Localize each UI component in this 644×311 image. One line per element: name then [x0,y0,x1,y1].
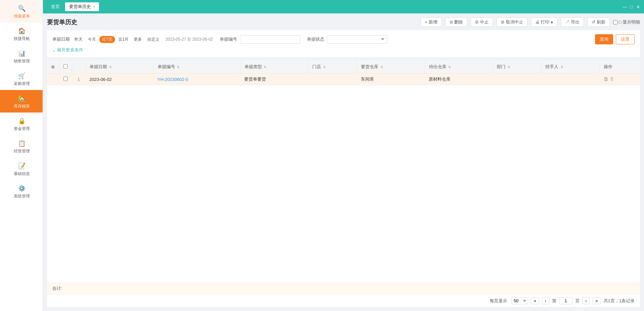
date-range-display: 2023-05-27 至 2023-06-02 [165,37,213,42]
select-all-checkbox[interactable] [63,64,68,69]
lock-icon: 🔒 [18,117,25,125]
sort-store-icon[interactable]: ⇅ [323,65,326,69]
window-close-icon[interactable]: ✕ [636,4,640,9]
col-settings[interactable]: ⚙ [47,60,59,74]
chart-icon: 📊 [18,50,25,57]
add-button[interactable]: + 新增 [421,17,442,27]
sidebar-item-operation[interactable]: 📋 经营管理 [0,135,43,158]
display-detail-checkbox[interactable] [613,20,618,25]
col-num [72,60,86,74]
sort-req-warehouse-icon[interactable]: ⇅ [380,65,383,69]
query-button[interactable]: 查询 [595,34,613,44]
col-action: 操作 [599,60,640,74]
first-page-btn[interactable]: « [531,297,539,304]
shortcut-today[interactable]: 今天 [86,36,98,43]
table-header: ⚙ 单据日期 ⇅ 单据编号 ⇅ [47,60,640,74]
row-dept-cell [493,74,541,85]
doc-no-label: 单据编号 [220,36,237,42]
sidebar-item-quick-nav[interactable]: 🏠 快捷导航 [0,23,43,45]
sidebar-item-inventory[interactable]: 🏡 库存核算 [0,90,43,113]
cancel-stop-button[interactable]: ⊘ 取消中止 [496,17,528,27]
col-checkbox [59,60,72,74]
tab-home[interactable]: 首页 [47,2,64,11]
date-filter-label: 单据日期 [52,36,70,42]
row-view-icon[interactable]: 🖺 [603,77,608,82]
page-input[interactable] [559,297,573,304]
sidebar-item-base-info[interactable]: 📝 基础信息 [0,158,43,180]
row-handler-cell [541,74,600,85]
expand-filter-area: ⌄ 展开更多条件 [52,47,635,53]
date-shortcuts: 昨天 今天 近7天 近1月 更多 自定义 [72,36,161,43]
stop-button[interactable]: ⊘ 中止 [471,17,493,27]
sort-pending-warehouse-icon[interactable]: ⇅ [448,65,451,69]
page-suffix: 页 [575,298,580,304]
display-detail-toggle[interactable]: □ 显示明细 [613,19,640,25]
expand-filter-btn[interactable]: ⌄ 展开更多条件 [52,47,635,53]
col-dept: 部门 ⇅ [493,60,541,74]
inventory-icon: 🏡 [18,95,25,102]
row-store-cell [308,74,357,85]
prev-page-btn[interactable]: ‹ [542,297,549,304]
col-pending-warehouse: 待出仓库 ⇅ [425,60,493,74]
doc-no-input[interactable] [240,35,300,44]
last-page-btn[interactable]: » [592,297,601,304]
sort-doc-no-icon[interactable]: ⇅ [177,65,179,69]
row-pending-warehouse-cell: 原材料仓库 [425,74,493,85]
refresh-button[interactable]: ↺ 刷新 [587,17,610,27]
sidebar-item-system[interactable]: ⚙️ 系统管理 [0,180,43,203]
total-info: 共1页，1条记录 [604,298,635,304]
col-handler: 经手人 ⇅ [541,60,600,74]
sort-doc-type-icon[interactable]: ⇅ [264,65,266,69]
row-more-icon[interactable]: ⠿ [610,77,613,82]
sidebar-item-finance[interactable]: 🔒 资金管理 [0,113,43,135]
next-page-btn[interactable]: › [582,297,590,304]
col-req-warehouse: 要货仓库 ⇅ [357,60,425,74]
row-settings-cell [47,74,59,85]
row-checkbox-cell [59,74,72,85]
table-scroll: ⚙ 单据日期 ⇅ 单据编号 ⇅ [47,60,640,282]
per-page-select[interactable]: 20 50 100 200 [511,297,528,304]
sort-handler-icon[interactable]: ⇅ [560,65,563,69]
export-button[interactable]: ↗ 导出 [561,17,584,27]
row-doc-date-cell: 2023-06-02 [86,74,154,85]
tab-requisition-history[interactable]: 要货单历史 × [65,2,99,11]
row-action-cell: 🖺 ⠿ [599,74,640,85]
window-maximize-icon[interactable]: □ [630,4,633,9]
shortcut-1month[interactable]: 近1月 [116,36,131,43]
cart-icon: 🛒 [18,72,25,80]
shortcut-custom[interactable]: 自定义 [145,36,161,43]
sidebar-item-sales[interactable]: 📊 销售管理 [0,45,43,68]
doc-status-select[interactable] [327,35,387,44]
sort-dept-icon[interactable]: ⇅ [507,65,510,69]
window-minimize-icon[interactable]: — [623,4,627,9]
shortcut-more[interactable]: 更多 [132,36,144,43]
sort-doc-date-icon[interactable]: ⇅ [109,65,112,69]
tab-close-icon[interactable]: × [93,5,95,9]
doc-icon: 📝 [18,162,25,170]
table-container: ⚙ 单据日期 ⇅ 单据编号 ⇅ [47,60,640,307]
home-icon: 🏠 [18,27,25,35]
requisition-table: ⚙ 单据日期 ⇅ 单据编号 ⇅ [47,60,640,85]
topbar-right: — □ ✕ [623,4,640,9]
shortcut-7days[interactable]: 近7天 [99,36,115,43]
page-title: 要货单历史 [47,18,77,26]
row-doc-no-link[interactable]: YH-20230602-0 [157,77,188,82]
sidebar: 🔍 搜索菜单 🏠 快捷导航 📊 销售管理 🛒 采购管理 🏡 库存核算 🔒 资金管… [0,0,43,311]
row-checkbox[interactable] [63,77,68,81]
per-page-label: 每页显示 [490,298,507,304]
shortcut-yesterday[interactable]: 昨天 [72,36,85,43]
sidebar-item-purchase[interactable]: 🛒 采购管理 [0,68,43,90]
gear-icon: ⚙️ [18,185,25,192]
search-icon: 🔍 [18,5,25,12]
filter-action-group: 查询 设置 [595,34,635,44]
settings-button[interactable]: 设置 [616,34,635,44]
print-button[interactable]: 🖨 打印 ▾ [531,17,558,27]
col-doc-date: 单据日期 ⇅ [86,60,154,74]
sidebar-item-search[interactable]: 🔍 搜索菜单 [0,0,43,23]
filter-area: 单据日期 昨天 今天 近7天 近1月 更多 自定义 2023-05-27 至 2… [47,30,640,57]
page-label: 第 [552,298,556,304]
row-req-warehouse-cell: 车间库 [357,74,425,85]
col-doc-type: 单据类型 ⇅ [240,60,308,74]
delete-button[interactable]: ⊘ 删除 [445,17,468,27]
filter-date-group: 单据日期 昨天 今天 近7天 近1月 更多 自定义 2023-05-27 至 2… [52,36,213,43]
